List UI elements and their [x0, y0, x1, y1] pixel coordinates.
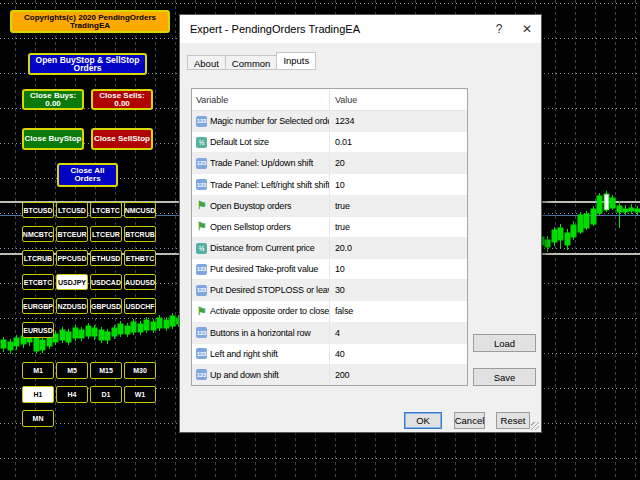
- integer-type-icon: 123: [196, 264, 207, 275]
- symbol-button-ltcbtc[interactable]: LTCBTC: [90, 202, 122, 218]
- param-row[interactable]: 123Magic number for Selected orders,0 fo…: [192, 111, 467, 132]
- symbol-button-nmcbtc[interactable]: NMCBTC: [22, 226, 54, 242]
- symbol-button-etcbtc[interactable]: ETCBTC: [22, 274, 54, 290]
- flag-type-icon: ⚑: [196, 306, 207, 317]
- param-row[interactable]: ⚑Open Sellstop orderstrue: [192, 217, 467, 238]
- symbol-button-btcusd[interactable]: BTCUSD: [22, 202, 54, 218]
- param-row[interactable]: 123Left and right shift40: [192, 344, 467, 365]
- param-row[interactable]: 123Put Desired STOPLOSS or leave as '0'3…: [192, 280, 467, 301]
- symbol-button-ltceur[interactable]: LTCEUR: [90, 226, 122, 242]
- save-button[interactable]: Save: [473, 368, 536, 386]
- param-value[interactable]: true: [330, 222, 467, 232]
- tab-about[interactable]: About: [187, 55, 225, 70]
- symbol-button-btceur[interactable]: BTCEUR: [56, 226, 88, 242]
- timeframe-button-mn[interactable]: MN: [22, 410, 54, 427]
- ok-button[interactable]: OK: [404, 412, 442, 429]
- timeframe-button-h1[interactable]: H1: [22, 386, 54, 403]
- symbol-button-nzdusd[interactable]: NZDUSD: [56, 298, 88, 314]
- close-buys-button[interactable]: Close Buys: 0.00: [22, 89, 84, 110]
- close-sells-button[interactable]: Close Sells: 0.00: [91, 89, 153, 110]
- param-value[interactable]: 4: [330, 328, 467, 338]
- param-value[interactable]: false: [330, 306, 467, 316]
- symbol-button-gbpusd[interactable]: GBPUSD: [90, 298, 122, 314]
- tab-common[interactable]: Common: [225, 55, 277, 70]
- param-row[interactable]: 123Up and down shift200: [192, 365, 467, 385]
- help-icon[interactable]: ?: [485, 15, 513, 43]
- param-value[interactable]: 10: [330, 264, 467, 274]
- column-header-variable: Variable: [192, 89, 330, 110]
- timeframe-button-grid: M1M5M15M30H1H4D1W1MN: [22, 362, 156, 427]
- cancel-button[interactable]: Cancel: [454, 412, 485, 429]
- param-name: Open Sellstop orders: [210, 222, 291, 232]
- open-buystop-sellstop-button[interactable]: Open BuyStop & SellStop Orders: [28, 53, 147, 75]
- param-value[interactable]: 30: [330, 285, 467, 295]
- tab-inputs[interactable]: Inputs: [276, 52, 316, 70]
- param-value[interactable]: 10: [330, 180, 467, 190]
- symbol-button-ltcrub[interactable]: LTCRUB: [22, 250, 54, 266]
- param-value[interactable]: 200: [330, 370, 467, 380]
- dialog-title: Expert - PendingOrders TradingEA: [190, 23, 360, 35]
- copyright-banner: Copyrights(c) 2020 PendingOrders Trading…: [10, 10, 170, 33]
- timeframe-button-d1[interactable]: D1: [90, 386, 122, 403]
- param-value[interactable]: 1234: [330, 116, 467, 126]
- param-row[interactable]: ⚑Activate opposite order to closeby upon…: [192, 301, 467, 322]
- inputs-table: Variable Value 123Magic number for Selec…: [191, 88, 468, 386]
- param-row[interactable]: 123Trade Panel: Left/right shift shift10: [192, 174, 467, 195]
- timeframe-button-m15[interactable]: M15: [90, 362, 122, 379]
- param-name: Buttons in a horizontal row: [210, 328, 311, 338]
- close-buystop-button[interactable]: Close BuyStop: [22, 128, 84, 150]
- double-type-icon: ½: [196, 137, 207, 148]
- load-button[interactable]: Load: [473, 334, 536, 352]
- integer-type-icon: 123: [196, 285, 207, 296]
- param-name: Put Desired STOPLOSS or leave as '0': [210, 285, 330, 295]
- timeframe-button-w1[interactable]: W1: [124, 386, 156, 403]
- close-sellstop-button[interactable]: Close SellStop: [91, 128, 153, 150]
- param-value[interactable]: true: [330, 201, 467, 211]
- column-header-value: Value: [330, 95, 467, 105]
- integer-type-icon: 123: [196, 158, 207, 169]
- resize-grip[interactable]: [531, 422, 539, 430]
- close-icon[interactable]: ✕: [513, 15, 541, 43]
- param-value[interactable]: 20.0: [330, 243, 467, 253]
- param-row[interactable]: ½Distance from Current price20.0: [192, 238, 467, 259]
- integer-type-icon: 123: [196, 179, 207, 190]
- symbol-button-ltcusd[interactable]: LTCUSD: [56, 202, 88, 218]
- param-name: Trade Panel: Left/right shift shift: [210, 180, 330, 190]
- double-type-icon: ½: [196, 243, 207, 254]
- dialog-titlebar[interactable]: Expert - PendingOrders TradingEA ? ✕: [180, 15, 541, 43]
- param-value[interactable]: 40: [330, 349, 467, 359]
- symbol-button-ethbtc[interactable]: ETHBTC: [124, 250, 156, 266]
- symbol-button-audusd[interactable]: AUDUSD: [124, 274, 156, 290]
- param-row[interactable]: ½Default Lot size0.01: [192, 132, 467, 153]
- integer-type-icon: 123: [196, 369, 207, 380]
- symbol-button-usdjpy[interactable]: USDJPY: [56, 274, 88, 290]
- symbol-button-ppcusd[interactable]: PPCUSD: [56, 250, 88, 266]
- param-name: Up and down shift: [210, 370, 279, 380]
- param-name: Distance from Current price: [210, 243, 315, 253]
- symbol-button-ethusd[interactable]: ETHUSD: [90, 250, 122, 266]
- reset-button[interactable]: Reset: [496, 412, 530, 429]
- param-row[interactable]: 123Put desired Take-profit value10: [192, 259, 467, 280]
- param-row[interactable]: 123Trade Panel: Up/down shift20: [192, 153, 467, 174]
- flag-type-icon: ⚑: [196, 221, 207, 232]
- timeframe-button-h4[interactable]: H4: [56, 386, 88, 403]
- timeframe-button-m5[interactable]: M5: [56, 362, 88, 379]
- param-name: Trade Panel: Up/down shift: [210, 158, 313, 168]
- expert-settings-dialog: Expert - PendingOrders TradingEA ? ✕ Abo…: [179, 14, 542, 433]
- param-row[interactable]: 123Buttons in a horizontal row4: [192, 323, 467, 344]
- param-value[interactable]: 0.01: [330, 137, 467, 147]
- symbol-button-usdchf[interactable]: USDCHF: [124, 298, 156, 314]
- param-value[interactable]: 20: [330, 158, 467, 168]
- timeframe-button-m30[interactable]: M30: [124, 362, 156, 379]
- symbol-button-grid: BTCUSDLTCUSDLTCBTCNMCUSDNMCBTCBTCEURLTCE…: [22, 202, 156, 338]
- close-all-orders-button[interactable]: Close All Orders: [57, 163, 118, 187]
- symbol-button-nmcusd[interactable]: NMCUSD: [124, 202, 156, 218]
- param-row[interactable]: ⚑Open Buystop orderstrue: [192, 196, 467, 217]
- symbol-button-eurgbp[interactable]: EURGBP: [22, 298, 54, 314]
- dialog-tabs: About Common Inputs: [187, 52, 316, 70]
- symbol-button-btcrub[interactable]: BTCRUB: [124, 226, 156, 242]
- timeframe-button-m1[interactable]: M1: [22, 362, 54, 379]
- flag-type-icon: ⚑: [196, 200, 207, 211]
- symbol-button-usdcad[interactable]: USDCAD: [90, 274, 122, 290]
- symbol-button-eurusd[interactable]: EURUSD: [22, 322, 54, 338]
